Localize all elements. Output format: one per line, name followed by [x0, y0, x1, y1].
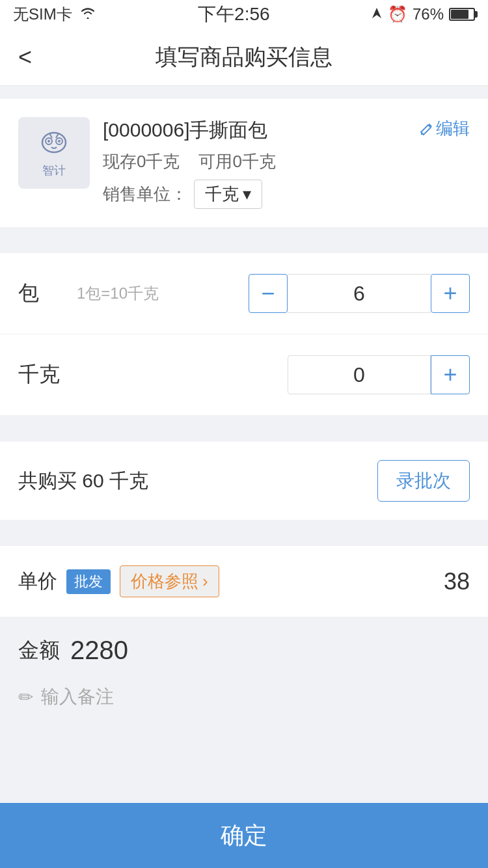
status-right: ⏰ 76% [371, 5, 475, 23]
product-thumbnail: 智计 [18, 117, 90, 189]
price-label: 单价 [18, 568, 57, 595]
svg-marker-0 [372, 8, 381, 18]
bao-label: 包 [18, 279, 70, 308]
price-row: 单价 批发 价格参照 › 38 [0, 546, 488, 617]
wifi-icon [79, 5, 97, 23]
bao-increase-button[interactable]: + [431, 274, 470, 313]
carrier-label: 无SIM卡 [13, 4, 72, 25]
product-unit-row: 销售单位： 千克 ▾ [103, 180, 470, 209]
record-batch-button[interactable]: 录批次 [377, 460, 470, 502]
page-title: 填写商品购买信息 [156, 42, 332, 72]
amount-row: 金额 2280 [18, 636, 470, 665]
product-name: [0000006]手撕面包 [103, 117, 419, 144]
bao-decrease-button[interactable]: − [249, 274, 288, 313]
location-icon [371, 5, 383, 23]
kg-qty-input[interactable] [288, 355, 431, 394]
status-bar: 无SIM卡 下午2:56 ⏰ 76% [0, 0, 488, 29]
total-text: 共购买 60 千克 [18, 468, 148, 495]
bao-qty-input[interactable] [288, 274, 431, 313]
unit-select[interactable]: 千克 ▾ [194, 180, 262, 209]
battery-percent: 76% [413, 5, 444, 23]
kg-label: 千克 [18, 360, 70, 389]
total-section: 共购买 60 千克 录批次 [0, 442, 488, 520]
kg-qty-row: 千克 + [0, 334, 488, 416]
product-card: 智计 [0000006]手撕面包 编辑 现存0千克 可用0千克 销售单位： 千克 [0, 99, 488, 227]
amount-label: 金额 [18, 636, 60, 665]
price-value: 38 [444, 568, 470, 595]
confirm-button[interactable]: 确定 [0, 803, 488, 868]
kg-qty-control: + [288, 355, 470, 394]
thumb-owl-icon [38, 128, 70, 160]
bao-qty-row: 包 1包=10千克 − + [0, 253, 488, 334]
total-amount: 60 [82, 470, 103, 491]
edit-button[interactable]: 编辑 [419, 117, 470, 140]
battery-icon [449, 8, 475, 21]
alarm-icon: ⏰ [388, 5, 407, 23]
back-button[interactable]: < [18, 44, 32, 71]
time-display: 下午2:56 [198, 2, 270, 27]
price-section: 单价 批发 价格参照 › 38 [0, 546, 488, 617]
remark-placeholder: 输入备注 [41, 685, 114, 709]
product-stock: 现存0千克 可用0千克 [103, 150, 470, 173]
product-info: [0000006]手撕面包 编辑 现存0千克 可用0千克 销售单位： 千克 ▾ [103, 117, 470, 209]
price-reference-button[interactable]: 价格参照 › [120, 565, 219, 597]
divider-2 [0, 416, 488, 429]
svg-point-5 [58, 140, 61, 142]
thumb-label: 智计 [42, 163, 66, 178]
status-left: 无SIM卡 [13, 4, 97, 25]
chevron-down-icon: ▾ [243, 184, 251, 204]
chevron-right-icon: › [202, 571, 208, 591]
amount-section: 金额 2280 ✏ 输入备注 [0, 617, 488, 716]
bao-qty-control: − + [249, 274, 470, 313]
bao-quantity-section: 包 1包=10千克 − + 千克 + [0, 253, 488, 416]
total-row: 共购买 60 千克 录批次 [0, 442, 488, 520]
divider-1 [0, 227, 488, 240]
price-type-badge: 批发 [66, 569, 111, 594]
pencil-icon: ✏ [18, 686, 33, 708]
bao-hint: 1包=10千克 [77, 283, 249, 304]
svg-point-4 [47, 140, 50, 142]
remark-row[interactable]: ✏ 输入备注 [18, 678, 470, 716]
kg-increase-button[interactable]: + [431, 355, 470, 394]
nav-bar: < 填写商品购买信息 [0, 29, 488, 86]
divider-3 [0, 520, 488, 533]
amount-value: 2280 [70, 636, 128, 665]
